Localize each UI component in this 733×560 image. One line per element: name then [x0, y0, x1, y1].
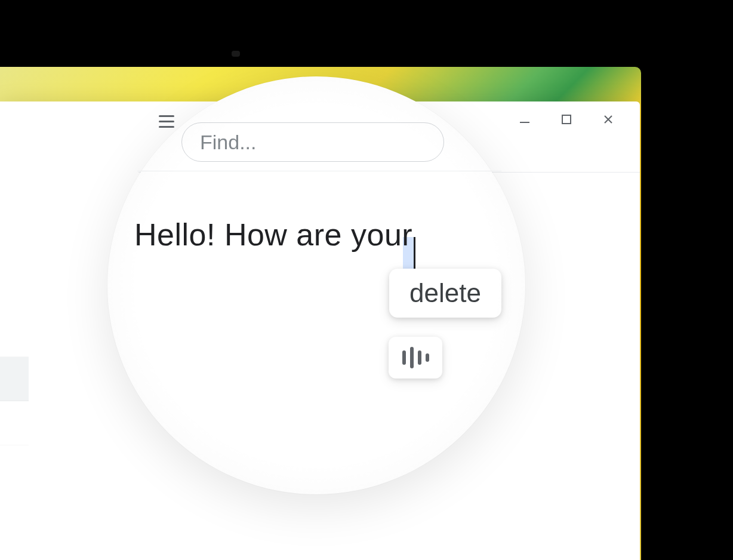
menu-button[interactable]: [155, 110, 178, 133]
maximize-button[interactable]: [546, 103, 587, 136]
voice-waveform-icon: [402, 347, 429, 368]
list-item[interactable]: [0, 313, 29, 357]
camera-notch: [232, 51, 240, 57]
maximize-icon: [560, 113, 572, 125]
minimize-icon: [519, 113, 531, 125]
sidebar-list: [0, 313, 29, 445]
close-button[interactable]: [587, 103, 629, 136]
toolbar-separator: [137, 171, 501, 171]
voice-suggestion-popup[interactable]: delete: [389, 269, 501, 318]
minimize-button[interactable]: [504, 103, 546, 136]
magnifier-overlay: Hello! How are your delete: [107, 76, 525, 494]
svg-rect-0: [520, 122, 529, 123]
close-icon: [602, 113, 614, 125]
list-item[interactable]: [0, 401, 29, 445]
list-item[interactable]: [0, 357, 29, 401]
suggestion-label: delete: [409, 278, 481, 307]
search-input[interactable]: [200, 131, 426, 154]
hamburger-icon: [159, 113, 174, 130]
document-text[interactable]: Hello! How are your: [134, 217, 412, 253]
svg-rect-1: [562, 115, 571, 124]
document-text-content: Hello! How are your: [134, 217, 412, 252]
voice-input-button[interactable]: [389, 337, 442, 379]
search-field[interactable]: [181, 122, 444, 162]
